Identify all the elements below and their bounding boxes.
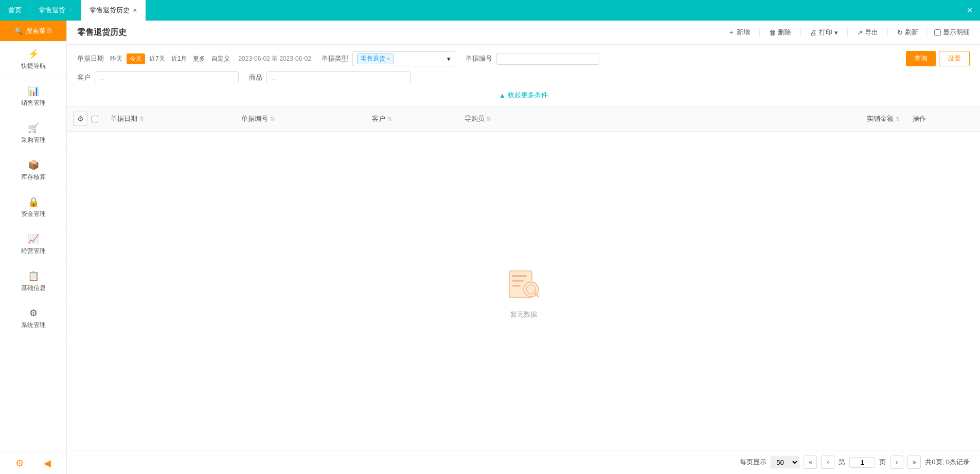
- show-detail-checkbox[interactable]: [934, 29, 941, 36]
- goods-label: 商品: [249, 73, 262, 82]
- top-bar: 首页 零售退货 × 零售退货历史 × ×: [0, 0, 980, 21]
- date-btn-last-month[interactable]: 近1月: [169, 53, 189, 64]
- filter-settings-button[interactable]: 设置: [939, 51, 970, 66]
- doc-type-select[interactable]: 零售退货 × ▾: [352, 51, 455, 66]
- date-btn-custom[interactable]: 自定义: [209, 53, 232, 64]
- customer-placeholder: ...: [99, 74, 105, 81]
- collapse-bottom-icon[interactable]: ◀: [44, 458, 51, 469]
- settings-bottom-icon[interactable]: ⚙: [15, 458, 24, 469]
- doc-type-label: 单据类型: [322, 54, 348, 63]
- operations-icon: 📈: [28, 233, 39, 245]
- sidebar-item-operations[interactable]: 📈 经营管理: [0, 226, 66, 263]
- customer-select[interactable]: ...: [95, 71, 239, 83]
- export-button[interactable]: ↗ 导出: [854, 26, 881, 39]
- th-actual-amount[interactable]: 实销金额 ⇅: [776, 106, 906, 132]
- tab-retail-return-history-close[interactable]: ×: [133, 6, 137, 14]
- collapse-button[interactable]: ▲ 收起更多条件: [491, 88, 556, 102]
- refresh-label: 刷新: [905, 28, 918, 37]
- refresh-button[interactable]: ↻ 刷新: [894, 26, 921, 39]
- purchase-mgmt-icon: 🛒: [28, 122, 39, 134]
- th-guide-label: 导购员: [465, 115, 485, 122]
- date-btn-last7[interactable]: 近7天: [147, 53, 167, 64]
- sidebar-item-finance[interactable]: 🔒 资金管理: [0, 189, 66, 226]
- filter-row-2: 客户 ... 商品 ...: [77, 71, 970, 83]
- empty-icon: [503, 263, 544, 304]
- th-guide[interactable]: 导购员 ⇅: [458, 106, 570, 132]
- sidebar-item-purchase-mgmt[interactable]: 🛒 采购管理: [0, 115, 66, 152]
- tab-retail-return-close[interactable]: ×: [68, 6, 73, 14]
- page-title: 零售退货历史: [77, 27, 127, 38]
- th-doc-number-label: 单据编号: [241, 115, 268, 122]
- tab-retail-return-label: 零售退货: [39, 6, 65, 15]
- column-settings-button[interactable]: ⚙: [73, 112, 87, 126]
- basic-info-icon: 📋: [28, 270, 39, 282]
- total-text: 共0页, 0条记录: [925, 458, 970, 467]
- page-input[interactable]: [849, 457, 875, 468]
- collapse-arrow-icon: ▲: [499, 92, 506, 99]
- divider-4: [887, 28, 888, 37]
- print-label: 打印: [819, 28, 832, 37]
- th-operation-label: 操作: [913, 115, 926, 122]
- page-size-label: 每页显示: [740, 458, 767, 467]
- page-header: 零售退货历史 ＋ 新增 🗑 删除 🖨 打印 ▾: [67, 21, 980, 45]
- divider-5: [928, 28, 928, 37]
- tab-retail-return-history[interactable]: 零售退货历史 ×: [81, 0, 146, 21]
- th-doc-date-sort-icon: ⇅: [139, 116, 144, 122]
- sidebar-item-quick-nav[interactable]: ⚡ 快捷导航: [0, 41, 66, 78]
- goods-filter: 商品 ...: [249, 71, 411, 83]
- sidebar-item-operations-label: 经营管理: [21, 247, 46, 256]
- query-button[interactable]: 查询: [906, 51, 936, 66]
- customer-label: 客户: [77, 73, 91, 82]
- add-button[interactable]: ＋ 新增: [725, 26, 753, 39]
- tab-home[interactable]: 首页: [0, 0, 30, 21]
- tab-retail-return[interactable]: 零售退货 ×: [30, 0, 81, 21]
- quick-nav-icon: ⚡: [28, 48, 39, 60]
- sidebar-item-sys-mgmt[interactable]: ⚙ 系统管理: [0, 300, 66, 337]
- doc-type-dropdown-icon: ▾: [447, 55, 451, 63]
- page-size-select[interactable]: 20 50 100: [771, 457, 799, 468]
- print-button[interactable]: 🖨 打印 ▾: [807, 26, 841, 39]
- window-close-button[interactable]: ×: [959, 0, 980, 21]
- doc-number-label: 单据编号: [466, 54, 492, 63]
- print-icon: 🖨: [810, 29, 817, 37]
- delete-button[interactable]: 🗑 删除: [766, 26, 794, 39]
- first-page-button[interactable]: «: [804, 455, 817, 469]
- empty-state: 暂无数据: [67, 132, 980, 450]
- sidebar-item-basic-info[interactable]: 📋 基础信息: [0, 263, 66, 300]
- date-filter-label: 单据日期: [77, 54, 104, 63]
- svg-rect-2: [512, 280, 523, 281]
- last-page-button[interactable]: »: [907, 455, 921, 469]
- tab-retail-return-history-label: 零售退货历史: [90, 6, 130, 15]
- sidebar-item-inventory-label: 库存核算: [21, 173, 46, 181]
- date-buttons: 昨天 今天 近7天 近1月 更多 自定义: [108, 53, 232, 64]
- doc-number-input[interactable]: [496, 53, 599, 65]
- sidebar-item-sales-mgmt[interactable]: 📊 销售管理: [0, 78, 66, 115]
- print-arrow-icon: ▾: [834, 29, 838, 37]
- inventory-icon: 📦: [28, 159, 39, 171]
- empty-state-text: 暂无数据: [510, 310, 537, 319]
- content-area: 零售退货历史 ＋ 新增 🗑 删除 🖨 打印 ▾: [67, 21, 980, 474]
- th-doc-number[interactable]: 单据编号 ⇅: [235, 106, 366, 132]
- select-all-checkbox[interactable]: [92, 116, 98, 122]
- table-container: ⚙ 单据日期 ⇅ 单据编号 ⇅: [67, 106, 980, 450]
- th-operation: 操作: [906, 106, 980, 132]
- date-btn-today[interactable]: 今天: [127, 53, 145, 64]
- th-doc-number-sort-icon: ⇅: [270, 116, 275, 122]
- svg-rect-3: [512, 285, 520, 286]
- sales-mgmt-icon: 📊: [28, 85, 39, 97]
- doc-type-tag: 零售退货 ×: [357, 53, 394, 64]
- sidebar-item-inventory[interactable]: 📦 库存核算: [0, 152, 66, 189]
- th-customer[interactable]: 客户 ⇅: [366, 106, 458, 132]
- goods-select[interactable]: ...: [266, 71, 411, 83]
- next-page-button[interactable]: ›: [890, 455, 903, 469]
- date-btn-yesterday[interactable]: 昨天: [108, 53, 124, 64]
- sidebar-search[interactable]: 🔍 搜索菜单: [0, 21, 66, 41]
- prev-page-button[interactable]: ‹: [821, 455, 834, 469]
- doc-type-tag-close[interactable]: ×: [387, 56, 390, 62]
- th-doc-date[interactable]: 单据日期 ⇅: [104, 106, 235, 132]
- refresh-icon: ↻: [897, 29, 903, 37]
- th-customer-sort-icon: ⇅: [387, 116, 392, 122]
- svg-rect-1: [512, 275, 526, 277]
- date-btn-more[interactable]: 更多: [191, 53, 207, 64]
- sidebar-bottom: ⚙ ◀: [0, 452, 66, 474]
